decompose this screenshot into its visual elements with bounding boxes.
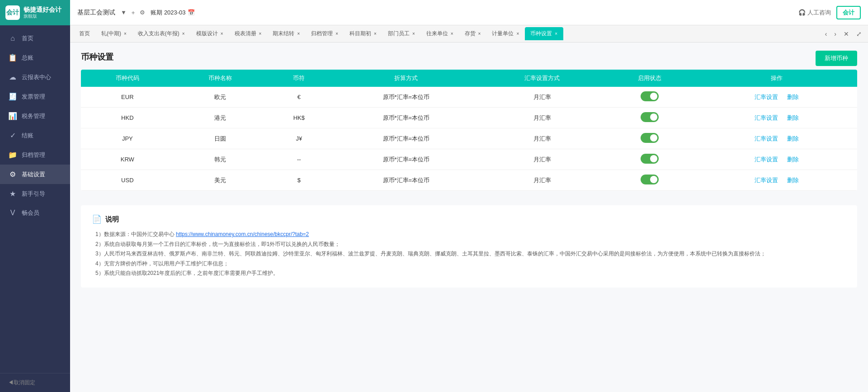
rate-setting-btn-EUR[interactable]: 汇率设置: [755, 94, 778, 100]
delete-btn-HKD[interactable]: 删除: [787, 114, 799, 121]
calendar-icon[interactable]: 📅: [188, 9, 195, 16]
tab-close-balance[interactable]: ×: [124, 31, 127, 36]
tab-archivemgr[interactable]: 归档管理×: [306, 27, 344, 40]
tab-label-unit: 计量单位: [492, 30, 514, 38]
sidebar-logo: 会计 畅捷通好会计 旗舰版: [0, 0, 70, 25]
tab-partner[interactable]: 往来单位×: [421, 27, 459, 40]
cell-rate-type: 月汇率: [481, 170, 603, 191]
new-currency-button[interactable]: 新增币种: [816, 51, 857, 66]
sidebar-item-ledger[interactable]: 📋总账: [0, 48, 70, 67]
tab-label-currency: 币种设置: [530, 30, 552, 38]
cell-rate-type: 月汇率: [481, 149, 603, 170]
account-button[interactable]: 会计: [836, 6, 861, 19]
tab-prev-button[interactable]: ‹: [822, 29, 830, 38]
note-item-4: 5）系统只能自动抓取2021年度后的汇率，之前年度汇率需要用户手工维护。: [95, 269, 846, 279]
tab-close-taxclear[interactable]: ×: [259, 31, 262, 36]
toggle-USD[interactable]: [641, 175, 659, 184]
rate-setting-btn-HKD[interactable]: 汇率设置: [755, 114, 778, 121]
cell-toggle[interactable]: [603, 108, 696, 128]
tab-label-taxclear: 税表清册: [235, 30, 256, 38]
cell-rate-type: 月汇率: [481, 87, 603, 108]
tab-close-unit[interactable]: ×: [516, 31, 519, 36]
table-row: JPY 日圆 J¥ 原币*汇率=本位币 月汇率 汇率设置 删除: [81, 128, 857, 149]
rate-setting-btn-USD[interactable]: 汇率设置: [755, 177, 778, 184]
sidebar-item-tax[interactable]: 📊税务管理: [0, 106, 70, 126]
cell-actions: 汇率设置 删除: [696, 149, 857, 170]
logo-icon: 会计: [5, 5, 20, 20]
cell-actions: 汇率设置 删除: [696, 87, 857, 108]
tab-taxclear[interactable]: 税表清册×: [229, 27, 268, 40]
tab-close-period[interactable]: ×: [297, 31, 300, 36]
tab-currency[interactable]: 币种设置×: [525, 27, 563, 40]
col-header-币种名称: 币种名称: [174, 70, 267, 87]
tab-close-income[interactable]: ×: [182, 31, 185, 36]
tab-template[interactable]: 模版设计×: [191, 27, 229, 40]
sidebar-item-archive[interactable]: 📁归档管理: [0, 145, 70, 165]
settings-icon[interactable]: ⚙: [140, 9, 145, 16]
tab-balance[interactable]: 轧(中期)×: [96, 27, 132, 40]
delete-btn-EUR[interactable]: 删除: [787, 94, 799, 100]
tab-close-partner[interactable]: ×: [451, 31, 453, 36]
tab-home[interactable]: 首页: [74, 27, 96, 40]
tab-close-archivemgr[interactable]: ×: [335, 31, 338, 36]
toggle-EUR[interactable]: [641, 91, 659, 101]
nav-label-reports: 云报表中心: [22, 73, 51, 81]
rate-setting-btn-JPY[interactable]: 汇率设置: [755, 135, 778, 142]
note-link[interactable]: https://www.chinamoney.com.cn/chinese/bk…: [176, 231, 309, 237]
rate-setting-btn-KRW[interactable]: 汇率设置: [755, 156, 778, 163]
tab-close-template[interactable]: ×: [221, 31, 223, 36]
tab-close-all-button[interactable]: ✕: [841, 29, 852, 38]
dropdown-icon[interactable]: ▼: [121, 9, 127, 16]
sidebar-item-settings[interactable]: ⚙基础设置: [0, 165, 70, 184]
nav-label-archive: 归档管理: [22, 151, 45, 159]
cell-toggle[interactable]: [603, 128, 696, 149]
sidebar-footer[interactable]: ◀取消固定: [0, 373, 70, 392]
tab-period[interactable]: 期末结转×: [267, 27, 306, 40]
nav-label-ledger: 总账: [22, 54, 33, 62]
delete-btn-JPY[interactable]: 删除: [787, 135, 799, 142]
nav-label-guide: 新手引导: [22, 190, 45, 198]
tab-dept[interactable]: 部门员工×: [382, 27, 421, 40]
sidebar-item-invoice[interactable]: 🧾发票管理: [0, 87, 70, 106]
tab-expand-button[interactable]: ⤢: [854, 29, 864, 38]
consult-button[interactable]: 🎧 人工咨询: [798, 9, 831, 17]
tab-close-stock[interactable]: ×: [478, 31, 481, 36]
tab-close-dept[interactable]: ×: [412, 31, 415, 36]
sidebar-item-reports[interactable]: ☁云报表中心: [0, 67, 70, 87]
company-name: 基层工会测试: [77, 9, 115, 17]
col-header-币种代码: 币种代码: [81, 70, 174, 87]
tab-label-balance: 轧(中期): [101, 30, 121, 38]
cell-symbol: $: [267, 170, 331, 191]
note-item-1: 2）系统自动获取每月第一个工作日的汇率标价，统一为直接标价法，即1外币可以兑换的…: [95, 240, 846, 250]
cell-calc: 原币*汇率=本位币: [331, 108, 481, 128]
toggle-JPY[interactable]: [641, 133, 659, 143]
topbar-right: 🎧 人工咨询 会计: [798, 6, 861, 19]
sidebar-item-vip[interactable]: V畅会员: [0, 203, 70, 222]
tab-close-currency[interactable]: ×: [555, 31, 557, 36]
tab-unit[interactable]: 计量单位×: [486, 27, 525, 40]
delete-btn-USD[interactable]: 删除: [787, 177, 799, 184]
cell-toggle[interactable]: [603, 170, 696, 191]
nav-label-invoice: 发票管理: [22, 93, 45, 101]
tab-income[interactable]: 收入支出表(年报)×: [132, 27, 191, 40]
logo-sub: 旗舰版: [24, 13, 61, 19]
toggle-HKD[interactable]: [641, 112, 659, 122]
tab-close-subject[interactable]: ×: [374, 31, 377, 36]
tabbar: 首页轧(中期)×收入支出表(年报)×模版设计×税表清册×期末结转×归档管理×科目…: [70, 25, 868, 43]
cell-toggle[interactable]: [603, 149, 696, 170]
tab-subject[interactable]: 科目期初×: [344, 27, 382, 40]
delete-btn-KRW[interactable]: 删除: [787, 156, 799, 163]
tab-stock[interactable]: 存货×: [459, 27, 487, 40]
tab-next-button[interactable]: ›: [831, 29, 839, 38]
cell-toggle[interactable]: [603, 87, 696, 108]
toggle-KRW[interactable]: [641, 154, 659, 164]
tab-label-partner: 往来单位: [426, 30, 448, 38]
cell-name: 港元: [174, 108, 267, 128]
sidebar-item-guide[interactable]: ★新手引导: [0, 184, 70, 203]
add-icon[interactable]: ＋: [130, 9, 136, 17]
main-area: 基层工会测试 ▼ ＋ ⚙ 账期 2023-03 📅 🎧 人工咨询 会计 首页轧(…: [70, 0, 868, 392]
sidebar-item-close[interactable]: ✓结账: [0, 126, 70, 145]
sidebar-item-home[interactable]: ⌂首页: [0, 29, 70, 48]
cell-actions: 汇率设置 删除: [696, 170, 857, 191]
nav-icon-close: ✓: [8, 131, 17, 140]
